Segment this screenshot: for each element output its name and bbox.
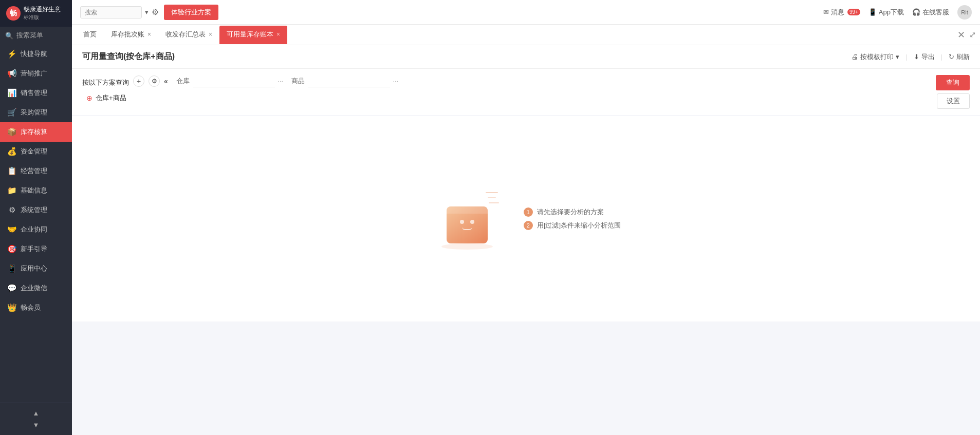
app-download-btn[interactable]: 📱 App下载	[868, 8, 904, 17]
message-badge: 99+	[847, 9, 860, 15]
basic-info-icon: 📁	[7, 186, 16, 195]
sidebar-item-app-center[interactable]: 📱 应用中心	[0, 259, 72, 278]
sidebar-item-sales[interactable]: 📊 销售管理	[0, 83, 72, 103]
trial-btn[interactable]: 体验行业方案	[164, 5, 218, 20]
tab-available-ledger[interactable]: 可用量库存账本 ×	[219, 26, 287, 44]
tabbar-close-btn[interactable]: ✕	[957, 29, 965, 41]
wechat-icon: 💬	[7, 283, 16, 293]
sidebar-item-system[interactable]: ⚙ 系统管理	[0, 200, 72, 220]
filter-fields: 仓库 ··· 商品 ···	[176, 75, 928, 87]
sidebar-item-newbie[interactable]: 🎯 新手引导	[0, 239, 72, 259]
refresh-label: 刷新	[956, 52, 970, 62]
page-title: 可用量查询(按仓库+商品)	[82, 51, 175, 62]
tab-batch-account[interactable]: 库存批次账 ×	[104, 26, 158, 44]
sidebar-item-label: 新手引导	[21, 244, 47, 254]
sidebar-search[interactable]: 🔍 搜索菜单	[0, 27, 72, 44]
message-icon: ✉	[823, 8, 829, 16]
scheme-add-btn[interactable]: +	[133, 75, 144, 87]
sidebar-item-inventory[interactable]: 📦 库存核算	[0, 122, 72, 142]
tab-available-ledger-label: 可用量库存账本	[227, 30, 273, 39]
tab-available-ledger-close[interactable]: ×	[276, 31, 280, 38]
enterprise-icon: 🤝	[7, 225, 16, 234]
empty-step-2: 2 用[过滤]条件来缩小分析范围	[524, 221, 621, 230]
tab-home-label: 首页	[83, 30, 97, 39]
topbar-search-area: ▾ ⚙	[80, 6, 159, 18]
print-dropdown-icon[interactable]: ▾	[896, 53, 899, 61]
topbar-dropdown-icon[interactable]: ▾	[145, 8, 149, 16]
sidebar-item-label: 采购管理	[21, 108, 47, 117]
sidebar-item-wechat[interactable]: 💬 企业微信	[0, 278, 72, 298]
export-icon: ⬇	[914, 53, 919, 61]
product-input[interactable]	[308, 75, 390, 87]
topbar: ▾ ⚙ 体验行业方案 ✉ 消息 99+ 📱 App下载 🎧 在线客服 Rit	[72, 0, 980, 25]
sidebar-item-label: 基础信息	[21, 186, 47, 195]
warehouse-field: 仓库 ···	[176, 75, 283, 87]
app-badge: 标准版	[24, 14, 61, 21]
scheme-section: 按以下方案查询 + ⚙ « ⊕ 仓库+商品	[82, 75, 168, 105]
marketing-icon: 📢	[7, 69, 16, 78]
message-btn[interactable]: ✉ 消息 99+	[823, 8, 860, 17]
query-btn[interactable]: 查询	[936, 75, 970, 90]
sidebar-scroll-up[interactable]: ▲	[0, 407, 72, 419]
tab-home[interactable]: 首页	[76, 26, 104, 44]
member-icon: 👑	[7, 303, 16, 312]
sidebar-item-purchase[interactable]: 🛒 采购管理	[0, 103, 72, 122]
filter-schemes: ⊕ 仓库+商品	[82, 91, 168, 105]
empty-text-area: 1 请先选择要分析的方案 2 用[过滤]条件来缩小分析范围	[524, 207, 621, 230]
scheme-collapse-btn[interactable]: «	[164, 77, 168, 85]
tab-inventory-summary-close[interactable]: ×	[209, 31, 212, 38]
refresh-icon: ↻	[949, 53, 954, 61]
tabbar-expand-btn[interactable]: ⤢	[969, 30, 976, 40]
sidebar-item-enterprise[interactable]: 🤝 企业协同	[0, 220, 72, 239]
filter-action-btns: 查询 设置	[936, 75, 970, 109]
print-label: 按模板打印	[860, 52, 894, 62]
main-content: ▾ ⚙ 体验行业方案 ✉ 消息 99+ 📱 App下载 🎧 在线客服 Rit	[72, 0, 980, 435]
sidebar: 畅 畅康通好生意 标准版 🔍 搜索菜单 ⚡ 快捷导航 📢 营销推广 📊 销售管理…	[0, 0, 72, 435]
scheme-label: 仓库+商品	[96, 93, 126, 103]
topbar-gear-icon[interactable]: ⚙	[152, 7, 159, 17]
tab-batch-account-close[interactable]: ×	[147, 31, 151, 38]
online-service-label: 在线客服	[922, 8, 949, 17]
sidebar-item-quick-nav[interactable]: ⚡ 快捷导航	[0, 44, 72, 64]
sidebar-scroll-down[interactable]: ▼	[0, 419, 72, 431]
scheme-setting-btn[interactable]: ⚙	[149, 75, 160, 87]
sidebar-item-operations[interactable]: 📋 经营管理	[0, 161, 72, 181]
operations-icon: 📋	[7, 166, 16, 176]
scheme-warehouse-product[interactable]: ⊕ 仓库+商品	[82, 91, 168, 105]
sidebar-item-marketing[interactable]: 📢 营销推广	[0, 64, 72, 83]
product-more-btn[interactable]: ···	[393, 78, 398, 85]
empty-illustration	[431, 188, 503, 250]
app-center-icon: 📱	[7, 264, 16, 273]
filter-label: 按以下方案查询	[82, 75, 129, 87]
headset-icon: 🎧	[912, 8, 920, 16]
user-area[interactable]: Rit	[957, 5, 972, 20]
topbar-search-input[interactable]	[80, 6, 142, 18]
empty-step-1-text: 请先选择要分析的方案	[537, 207, 604, 217]
sidebar-item-label: 企业协同	[21, 225, 47, 234]
tab-inventory-summary[interactable]: 收发存汇总表 ×	[158, 26, 219, 44]
online-service-btn[interactable]: 🎧 在线客服	[912, 8, 949, 17]
sidebar-item-label: 库存核算	[21, 127, 47, 137]
sidebar-nav: ⚡ 快捷导航 📢 营销推广 📊 销售管理 🛒 采购管理 📦 库存核算 💰 资金管…	[0, 44, 72, 403]
quick-nav-icon: ⚡	[7, 49, 16, 59]
warehouse-input[interactable]	[193, 75, 275, 87]
app-download-label: App下载	[879, 8, 904, 17]
warehouse-more-btn[interactable]: ···	[278, 78, 283, 85]
settings-btn[interactable]: 设置	[937, 93, 970, 109]
print-btn[interactable]: 🖨 按模板打印 ▾	[852, 52, 899, 62]
sidebar-bottom: ▲ ▼	[0, 403, 72, 435]
sidebar-item-label: 销售管理	[21, 88, 47, 98]
sidebar-item-finance[interactable]: 💰 资金管理	[0, 142, 72, 161]
purchase-icon: 🛒	[7, 108, 16, 117]
export-btn[interactable]: ⬇ 导出	[914, 52, 935, 62]
refresh-btn[interactable]: ↻ 刷新	[949, 52, 970, 62]
search-icon: 🔍	[5, 32, 13, 40]
sidebar-item-member[interactable]: 👑 畅会员	[0, 298, 72, 317]
inventory-icon: 📦	[7, 127, 16, 137]
sidebar-item-label: 营销推广	[21, 69, 47, 78]
sidebar-item-label: 系统管理	[21, 205, 47, 215]
product-field: 商品 ···	[291, 75, 398, 87]
empty-step-1: 1 请先选择要分析的方案	[524, 207, 621, 217]
tab-batch-account-label: 库存批次账	[111, 30, 144, 39]
sidebar-item-basic-info[interactable]: 📁 基础信息	[0, 181, 72, 200]
